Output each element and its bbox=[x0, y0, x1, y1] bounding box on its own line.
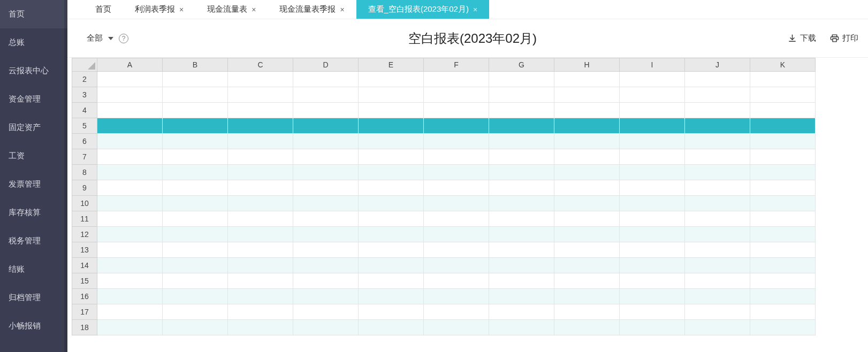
sidebar-item-1[interactable]: 总账 bbox=[0, 28, 67, 57]
tab-2[interactable]: 现金流量表× bbox=[195, 0, 268, 19]
cell-E11[interactable] bbox=[359, 211, 424, 227]
cell-D10[interactable] bbox=[293, 196, 359, 211]
cell-A10[interactable] bbox=[97, 196, 163, 211]
cell-B5[interactable] bbox=[163, 118, 228, 134]
cell-F6[interactable] bbox=[424, 134, 489, 149]
cell-K7[interactable] bbox=[750, 149, 816, 165]
close-icon[interactable]: × bbox=[252, 6, 256, 13]
cell-K12[interactable] bbox=[750, 227, 816, 242]
cell-G15[interactable] bbox=[489, 273, 554, 289]
cell-D12[interactable] bbox=[293, 227, 359, 242]
help-icon[interactable]: ? bbox=[119, 34, 128, 43]
row-header-11[interactable]: 11 bbox=[72, 211, 97, 227]
cell-K11[interactable] bbox=[750, 211, 816, 227]
cell-E14[interactable] bbox=[359, 258, 424, 273]
cell-B13[interactable] bbox=[163, 242, 228, 258]
cell-F16[interactable] bbox=[424, 289, 489, 304]
cell-C14[interactable] bbox=[228, 258, 293, 273]
sidebar-item-10[interactable]: 归档管理 bbox=[0, 284, 67, 312]
cell-B6[interactable] bbox=[163, 134, 228, 149]
cell-J17[interactable] bbox=[685, 304, 750, 320]
cell-G10[interactable] bbox=[489, 196, 554, 211]
cell-I10[interactable] bbox=[620, 196, 685, 211]
cell-G14[interactable] bbox=[489, 258, 554, 273]
sidebar-item-5[interactable]: 工资 bbox=[0, 142, 67, 170]
cell-H7[interactable] bbox=[554, 149, 620, 165]
row-header-18[interactable]: 18 bbox=[72, 320, 97, 335]
cell-B3[interactable] bbox=[163, 87, 228, 103]
cell-A16[interactable] bbox=[97, 289, 163, 304]
cell-C17[interactable] bbox=[228, 304, 293, 320]
cell-E17[interactable] bbox=[359, 304, 424, 320]
cell-F5[interactable] bbox=[424, 118, 489, 134]
row-header-5[interactable]: 5 bbox=[72, 118, 97, 134]
tab-1[interactable]: 利润表季报× bbox=[123, 0, 195, 19]
cell-F10[interactable] bbox=[424, 196, 489, 211]
cell-I16[interactable] bbox=[620, 289, 685, 304]
cell-F8[interactable] bbox=[424, 165, 489, 180]
sidebar-item-4[interactable]: 固定资产 bbox=[0, 113, 67, 142]
cell-J3[interactable] bbox=[685, 87, 750, 103]
cell-E4[interactable] bbox=[359, 103, 424, 118]
row-header-17[interactable]: 17 bbox=[72, 304, 97, 320]
cell-J16[interactable] bbox=[685, 289, 750, 304]
sidebar-item-2[interactable]: 云报表中心 bbox=[0, 57, 67, 85]
cell-C18[interactable] bbox=[228, 320, 293, 335]
cell-A3[interactable] bbox=[97, 87, 163, 103]
cell-K6[interactable] bbox=[750, 134, 816, 149]
cell-I7[interactable] bbox=[620, 149, 685, 165]
cell-G6[interactable] bbox=[489, 134, 554, 149]
cell-D8[interactable] bbox=[293, 165, 359, 180]
cell-G3[interactable] bbox=[489, 87, 554, 103]
cell-K10[interactable] bbox=[750, 196, 816, 211]
cell-F9[interactable] bbox=[424, 180, 489, 196]
cell-C7[interactable] bbox=[228, 149, 293, 165]
row-header-6[interactable]: 6 bbox=[72, 134, 97, 149]
column-header-E[interactable]: E bbox=[359, 58, 424, 72]
tab-4[interactable]: 查看_空白报表(2023年02月)× bbox=[356, 0, 490, 19]
cell-G8[interactable] bbox=[489, 165, 554, 180]
print-button[interactable]: 打印 bbox=[830, 33, 858, 43]
cell-D14[interactable] bbox=[293, 258, 359, 273]
cell-D11[interactable] bbox=[293, 211, 359, 227]
column-header-K[interactable]: K bbox=[750, 58, 816, 72]
cell-C4[interactable] bbox=[228, 103, 293, 118]
cell-H16[interactable] bbox=[554, 289, 620, 304]
sidebar-item-8[interactable]: 税务管理 bbox=[0, 227, 67, 255]
cell-H17[interactable] bbox=[554, 304, 620, 320]
cell-H11[interactable] bbox=[554, 211, 620, 227]
cell-J11[interactable] bbox=[685, 211, 750, 227]
cell-A13[interactable] bbox=[97, 242, 163, 258]
cell-I13[interactable] bbox=[620, 242, 685, 258]
spreadsheet[interactable]: ABCDEFGHIJK23456789101112131415161718 bbox=[67, 58, 868, 352]
cell-H14[interactable] bbox=[554, 258, 620, 273]
cell-H3[interactable] bbox=[554, 87, 620, 103]
row-header-12[interactable]: 12 bbox=[72, 227, 97, 242]
cell-H5[interactable] bbox=[554, 118, 620, 134]
cell-C5[interactable] bbox=[228, 118, 293, 134]
sheet-corner[interactable] bbox=[72, 58, 97, 72]
cell-C8[interactable] bbox=[228, 165, 293, 180]
cell-F12[interactable] bbox=[424, 227, 489, 242]
cell-E5[interactable] bbox=[359, 118, 424, 134]
cell-A5[interactable] bbox=[97, 118, 163, 134]
cell-G4[interactable] bbox=[489, 103, 554, 118]
sidebar-item-6[interactable]: 发票管理 bbox=[0, 170, 67, 198]
cell-D16[interactable] bbox=[293, 289, 359, 304]
close-icon[interactable]: × bbox=[179, 6, 184, 13]
cell-F18[interactable] bbox=[424, 320, 489, 335]
cell-K17[interactable] bbox=[750, 304, 816, 320]
cell-I18[interactable] bbox=[620, 320, 685, 335]
cell-F11[interactable] bbox=[424, 211, 489, 227]
cell-G11[interactable] bbox=[489, 211, 554, 227]
column-header-I[interactable]: I bbox=[620, 58, 685, 72]
cell-A14[interactable] bbox=[97, 258, 163, 273]
cell-H13[interactable] bbox=[554, 242, 620, 258]
cell-C13[interactable] bbox=[228, 242, 293, 258]
cell-F17[interactable] bbox=[424, 304, 489, 320]
cell-G5[interactable] bbox=[489, 118, 554, 134]
cell-I3[interactable] bbox=[620, 87, 685, 103]
row-header-13[interactable]: 13 bbox=[72, 242, 97, 258]
cell-J15[interactable] bbox=[685, 273, 750, 289]
cell-G13[interactable] bbox=[489, 242, 554, 258]
